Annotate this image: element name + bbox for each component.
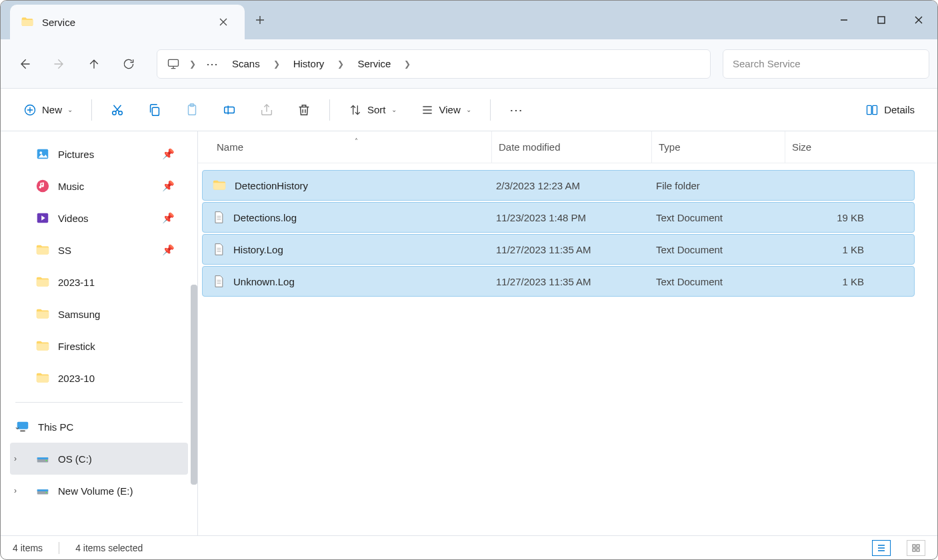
sidebar-item-label: Samsung <box>58 309 100 320</box>
file-date: 11/23/2023 1:48 PM <box>496 212 656 223</box>
svg-rect-23 <box>913 545 915 547</box>
back-button[interactable] <box>9 49 41 79</box>
search-input[interactable] <box>733 58 919 69</box>
sidebar-item-label: SS <box>58 245 71 256</box>
svg-point-19 <box>46 460 47 461</box>
chevron-right-icon[interactable]: ❯ <box>271 59 283 69</box>
details-label: Details <box>884 104 915 115</box>
view-label: View <box>439 104 461 115</box>
search-box[interactable] <box>723 49 929 79</box>
sidebar-drive[interactable]: › New Volume (E:) <box>1 475 197 507</box>
svg-point-12 <box>39 151 42 154</box>
pin-icon: 📌 <box>162 180 175 192</box>
new-label: New <box>42 104 62 115</box>
file-pane: Name ˄ Date modified Type Size Detection… <box>198 131 937 535</box>
new-button[interactable]: New ⌄ <box>14 97 82 123</box>
tab-close-button[interactable] <box>213 11 234 33</box>
svg-rect-25 <box>913 549 915 551</box>
sort-indicator-icon: ˄ <box>355 137 358 145</box>
file-row[interactable]: History.Log 11/27/2023 11:35 AM Text Doc… <box>202 234 915 265</box>
column-date[interactable]: Date modified <box>491 131 651 163</box>
rename-button[interactable] <box>213 97 245 123</box>
main: Pictures 📌 Music 📌 Videos 📌 SS 📌 2023-11… <box>1 131 937 535</box>
chevron-right-icon[interactable]: ❯ <box>335 59 347 69</box>
forward-button[interactable] <box>43 49 75 79</box>
breadcrumb-item[interactable]: History <box>287 55 331 72</box>
file-date: 11/27/2023 11:35 AM <box>496 276 656 287</box>
file-row[interactable]: DetectionHistory 2/3/2023 12:23 AM File … <box>202 170 915 201</box>
cut-button[interactable] <box>101 97 133 123</box>
up-button[interactable] <box>78 49 110 79</box>
sidebar-item[interactable]: 2023-10 <box>1 362 197 394</box>
sidebar-item[interactable]: Firestick <box>1 330 197 362</box>
txt-icon <box>212 275 225 288</box>
statusbar: 4 items 4 items selected <box>1 535 937 559</box>
chevron-right-icon[interactable]: › <box>14 454 17 463</box>
breadcrumb[interactable]: ❯ ⋯ Scans ❯ History ❯ Service ❯ <box>157 49 711 79</box>
tab-title: Service <box>42 17 205 28</box>
details-button[interactable]: Details <box>856 97 924 123</box>
drive-icon <box>35 451 50 466</box>
more-icon[interactable]: ⋯ <box>203 55 221 73</box>
new-tab-button[interactable] <box>245 1 275 39</box>
sidebar-item-label: Videos <box>58 213 89 224</box>
chevron-down-icon[interactable]: ⌄ <box>14 422 21 431</box>
close-window-button[interactable] <box>900 1 937 39</box>
status-selected: 4 items selected <box>75 543 143 553</box>
pin-icon: 📌 <box>162 212 175 224</box>
thumbnails-view-toggle[interactable] <box>907 540 925 556</box>
paste-button[interactable] <box>176 97 208 123</box>
file-size: 1 KB <box>789 276 864 287</box>
details-view-toggle[interactable] <box>872 540 891 556</box>
svg-rect-9 <box>867 105 872 114</box>
titlebar: Service <box>1 1 937 39</box>
sort-label: Sort <box>367 104 386 115</box>
scrollbar[interactable] <box>191 285 197 485</box>
active-tab[interactable]: Service <box>10 5 245 39</box>
chevron-right-icon[interactable]: ❯ <box>187 59 199 69</box>
svg-rect-16 <box>20 431 25 432</box>
sort-button[interactable]: Sort ⌄ <box>339 97 406 123</box>
txt-icon <box>212 211 225 224</box>
svg-rect-10 <box>873 105 877 114</box>
delete-button[interactable] <box>288 97 320 123</box>
file-date: 2/3/2023 12:23 AM <box>496 180 656 191</box>
svg-point-22 <box>46 492 47 493</box>
sidebar-item[interactable]: Videos 📌 <box>1 202 197 234</box>
sidebar-item[interactable]: 2023-11 <box>1 266 197 298</box>
sidebar-item[interactable]: Pictures 📌 <box>1 138 197 170</box>
breadcrumb-item[interactable]: Scans <box>225 55 267 72</box>
divider <box>15 402 183 403</box>
sidebar-drive[interactable]: › OS (C:) <box>10 443 188 475</box>
txt-icon <box>212 243 225 256</box>
column-name[interactable]: Name ˄ <box>198 141 491 153</box>
file-name: DetectionHistory <box>235 180 308 191</box>
share-button[interactable] <box>251 97 283 123</box>
toolbar: New ⌄ Sort ⌄ View ⌄ ⋯ Details <box>1 89 937 131</box>
file-name: Detections.log <box>233 212 297 223</box>
breadcrumb-item[interactable]: Service <box>351 55 397 72</box>
folder-icon <box>212 178 227 193</box>
svg-rect-26 <box>917 549 919 551</box>
view-button[interactable]: View ⌄ <box>411 97 481 123</box>
column-type[interactable]: Type <box>651 131 785 163</box>
maximize-button[interactable] <box>863 1 900 39</box>
folder-icon <box>21 15 34 29</box>
refresh-button[interactable] <box>113 49 145 79</box>
folder-icon <box>35 243 50 257</box>
file-row[interactable]: Unknown.Log 11/27/2023 11:35 AM Text Doc… <box>202 266 915 297</box>
sidebar-this-pc[interactable]: ⌄ This PC <box>1 411 197 443</box>
chevron-right-icon[interactable]: › <box>14 486 17 495</box>
column-size[interactable]: Size <box>785 131 871 163</box>
svg-rect-0 <box>878 17 885 23</box>
sidebar-item[interactable]: SS 📌 <box>1 234 197 266</box>
more-button[interactable]: ⋯ <box>500 97 532 123</box>
file-row[interactable]: Detections.log 11/23/2023 1:48 PM Text D… <box>202 202 915 233</box>
sidebar-item[interactable]: Samsung <box>1 298 197 330</box>
chevron-down-icon: ⌄ <box>391 106 397 113</box>
sidebar-item[interactable]: Music 📌 <box>1 170 197 202</box>
chevron-right-icon[interactable]: ❯ <box>401 59 413 69</box>
minimize-button[interactable] <box>825 1 863 39</box>
file-name: Unknown.Log <box>233 276 295 287</box>
copy-button[interactable] <box>139 97 171 123</box>
